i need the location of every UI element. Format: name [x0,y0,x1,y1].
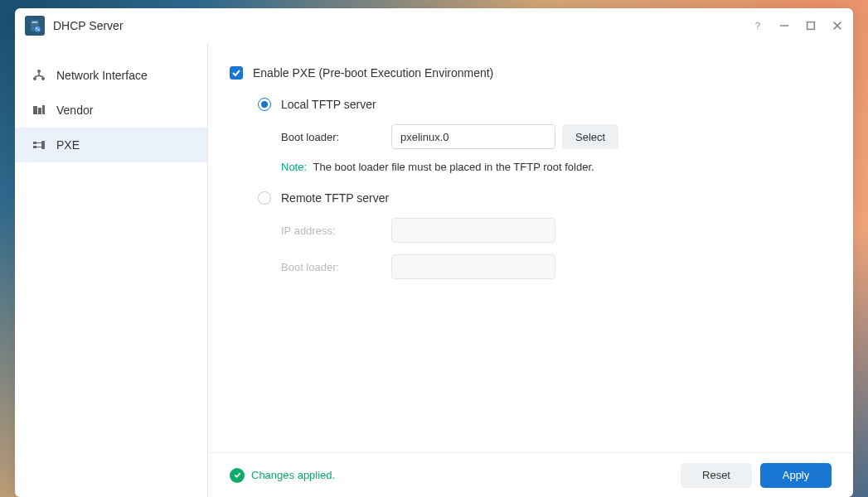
svg-point-11 [33,77,36,80]
svg-rect-14 [38,108,41,114]
help-button[interactable]: ? [752,20,764,31]
sidebar-item-pxe[interactable]: PXE [15,128,207,162]
titlebar: DHCP Server ? [15,8,853,43]
svg-point-2 [35,26,41,31]
content: Network Interface Vendor PXE [15,43,853,497]
remote-tftp-row: Remote TFTP server [258,191,832,205]
sidebar-item-label: Vendor [56,104,93,117]
reset-button[interactable]: Reset [681,463,752,488]
local-tftp-radio[interactable] [258,98,271,111]
apply-button[interactable]: Apply [760,463,832,488]
svg-point-10 [37,70,41,73]
footer: Changes applied. Reset Apply [208,452,853,497]
enable-pxe-checkbox[interactable] [230,66,243,80]
boot-loader-label: Boot loader: [281,131,385,143]
pxe-icon [32,138,46,152]
ip-address-label: IP address: [281,224,385,237]
vendor-icon [32,103,46,118]
remote-boot-loader-input [391,254,555,279]
app-icon [25,16,45,36]
app-title: DHCP Server [53,19,752,32]
maximize-button[interactable] [805,20,817,31]
minimize-button[interactable] [778,20,790,31]
remote-tftp-radio[interactable] [258,191,271,205]
svg-rect-1 [32,22,38,23]
ip-address-row: IP address: [281,218,832,243]
remote-tftp-label: Remote TFTP server [281,191,389,205]
svg-point-12 [41,77,45,80]
note-row: Note: The boot loader file must be place… [281,161,832,173]
svg-rect-7 [807,22,815,29]
enable-pxe-label: Enable PXE (Pre-boot Execution Environme… [253,66,493,80]
app-window: DHCP Server ? Network Interface [15,8,853,497]
main-body: Enable PXE (Pre-boot Execution Environme… [208,66,853,452]
note-text: The boot loader file must be placed in t… [313,161,594,173]
select-button[interactable]: Select [562,124,618,149]
svg-text:?: ? [755,20,760,30]
remote-boot-loader-row: Boot loader: [281,254,832,279]
footer-buttons: Reset Apply [681,463,832,488]
local-tftp-label: Local TFTP server [281,98,376,111]
boot-loader-row: Boot loader: Select [281,124,832,149]
main-panel: Enable PXE (Pre-boot Execution Environme… [208,43,853,497]
note-prefix: Note: [281,161,307,173]
status-text: Changes applied. [251,469,335,481]
local-tftp-row: Local TFTP server [258,98,832,111]
close-button[interactable] [832,20,843,31]
sidebar-item-network-interface[interactable]: Network Interface [15,58,207,93]
ip-address-input [391,218,555,243]
svg-rect-13 [33,106,37,114]
enable-pxe-row: Enable PXE (Pre-boot Execution Environme… [230,66,832,80]
sidebar-item-vendor[interactable]: Vendor [15,93,207,128]
svg-point-4 [38,29,40,31]
sidebar-item-label: PXE [56,138,80,152]
svg-point-3 [36,27,37,29]
sidebar: Network Interface Vendor PXE [15,43,208,497]
status: Changes applied. [230,468,681,483]
network-interface-icon [32,68,46,83]
window-controls: ? [752,20,843,31]
remote-boot-loader-label: Boot loader: [281,261,385,273]
sidebar-item-label: Network Interface [56,69,148,82]
success-icon [230,468,245,483]
svg-rect-18 [41,141,45,149]
svg-rect-15 [42,105,45,114]
svg-rect-17 [33,146,36,148]
svg-rect-16 [33,142,36,144]
boot-loader-input[interactable] [391,124,555,149]
